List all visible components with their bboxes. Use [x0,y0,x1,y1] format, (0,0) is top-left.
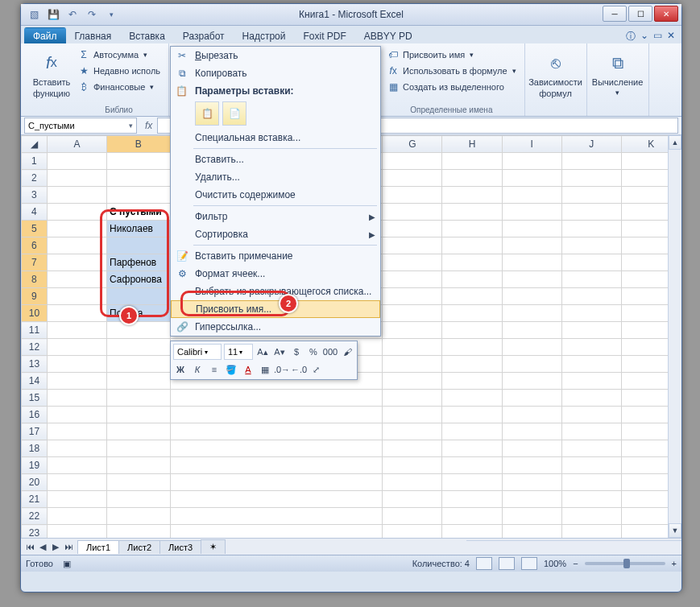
row-header[interactable]: 18 [22,440,48,457]
insert-function-button[interactable]: fx Вставить функцию [27,47,76,114]
mini-fill-color-icon[interactable]: 🪣 [224,362,238,377]
scroll-down-icon[interactable]: ▼ [669,523,681,538]
row-header[interactable]: 6 [22,237,48,254]
help-icon[interactable]: ⓘ [626,30,636,43]
use-in-formula-button[interactable]: fxИспользовать в формуле▾ [385,63,518,79]
row-header[interactable]: 9 [22,288,48,305]
col-header-h[interactable]: H [442,136,502,153]
ctx-comment[interactable]: 📝Вставить примечание [171,247,380,265]
row-header[interactable]: 23 [22,525,48,539]
paste-option-2[interactable]: 📄 [222,101,246,126]
minimize-ribbon-icon[interactable]: ⌄ [640,30,648,43]
ctx-filter[interactable]: Фильтр▶ [171,208,380,225]
financial-button[interactable]: ₿Финансовые▾ [76,79,162,95]
window-help-icon[interactable]: ▭ [653,30,662,43]
ctx-sort[interactable]: Сортировка▶ [171,225,380,243]
horizontal-scrollbar[interactable] [466,540,681,554]
fx-label-icon[interactable]: fx [145,120,152,131]
ctx-define-name[interactable]: Присвоить имя... [171,300,380,318]
autosum-button[interactable]: ΣАвтосумма▾ [76,47,162,63]
row-header[interactable]: 7 [22,254,48,271]
row-header[interactable]: 20 [22,474,48,491]
col-header-b[interactable]: B [107,136,171,153]
tab-file[interactable]: Файл [24,27,66,43]
mini-format-painter-icon[interactable]: 🖌 [340,345,354,359]
select-all-corner[interactable]: ◢ [22,136,48,153]
save-icon[interactable]: 💾 [45,6,61,23]
zoom-level[interactable]: 100% [544,559,566,568]
mini-italic-icon[interactable]: К [190,362,205,377]
row-header[interactable]: 2 [22,170,48,187]
mini-accounting-icon[interactable]: $ [289,345,304,359]
window-close2-icon[interactable]: ✕ [667,30,675,43]
ctx-cut[interactable]: ✂Вырезать [171,47,380,64]
name-box[interactable]: С_пустыми ▾ [24,118,137,134]
zoom-in-button[interactable]: + [672,559,677,568]
row-header[interactable]: 12 [22,339,48,356]
row-header[interactable]: 15 [22,390,48,407]
zoom-slider[interactable] [585,562,665,565]
row-header[interactable]: 19 [22,457,48,474]
ctx-clear[interactable]: Очистить содержимое [171,186,380,204]
mini-decrease-decimal-icon[interactable]: ←.0 [292,362,306,377]
mini-grow-font-icon[interactable]: A▴ [255,345,270,359]
mini-comma-icon[interactable]: 000 [323,345,338,359]
row-header[interactable]: 13 [22,356,48,373]
qat-dropdown-icon[interactable]: ▾ [103,6,119,23]
create-from-selection-button[interactable]: ▦Создать из выделенного [385,79,518,95]
row-header[interactable]: 11 [22,322,48,339]
col-header-g[interactable]: G [383,136,442,153]
namebox-dropdown-icon[interactable]: ▾ [129,122,133,130]
mini-font-color-icon[interactable]: A [241,362,255,377]
status-macro-icon[interactable]: ▣ [63,559,71,569]
tab-addins[interactable]: Надстрой [234,27,295,43]
ctx-delete[interactable]: Удалить... [171,168,380,186]
row-header[interactable]: 5 [22,221,48,237]
sheet-tab-1[interactable]: Лист1 [77,540,119,554]
row-header[interactable]: 21 [22,491,48,508]
mini-bold-icon[interactable]: Ж [173,362,188,377]
calculation-button[interactable]: ⧉ Вычисление ▾ [594,47,642,97]
view-layout-button[interactable] [499,557,515,570]
ctx-format-cells[interactable]: ⚙Формат ячеек... [171,265,380,283]
sheet-tab-2[interactable]: Лист2 [118,540,160,554]
new-sheet-button[interactable]: ✶ [201,539,226,554]
row-header[interactable]: 10 [22,305,48,322]
ctx-insert[interactable]: Вставить... [171,151,380,168]
row-header[interactable]: 1 [22,153,48,170]
sheet-nav[interactable]: ⏮◀▶⏭ [24,542,74,552]
mini-borders-icon[interactable]: ▦ [258,362,272,377]
define-name-button[interactable]: 🏷Присвоить имя▾ [385,47,518,63]
cell-b6[interactable] [107,237,171,254]
cell-b9[interactable] [107,288,171,305]
scroll-up-icon[interactable]: ▲ [669,135,681,150]
sheet-tab-3[interactable]: Лист3 [159,540,201,554]
tab-abbyy[interactable]: ABBYY PD [355,27,421,43]
row-header[interactable]: 16 [22,407,48,423]
cell-b8[interactable]: Сафронова [107,271,171,288]
ctx-pick-from-list[interactable]: Выбрать из раскрывающегося списка... [171,283,380,300]
row-header[interactable]: 22 [22,508,48,525]
tab-foxit[interactable]: Foxit PDF [294,27,354,43]
vertical-scrollbar[interactable]: ▲ ▼ [668,135,681,538]
col-header-a[interactable]: A [47,136,106,153]
tab-insert[interactable]: Вставка [120,27,174,43]
view-pagebreak-button[interactable] [521,557,537,570]
maximize-button[interactable]: ☐ [628,6,652,22]
view-normal-button[interactable] [476,557,492,570]
mini-align-icon[interactable]: ≡ [207,362,222,377]
row-header[interactable]: 4 [22,204,48,221]
paste-option-1[interactable]: 📋 [195,101,219,126]
mini-merge-icon[interactable]: ⤢ [309,362,323,377]
mini-shrink-font-icon[interactable]: A▾ [272,345,287,359]
tab-developer[interactable]: Разработ [174,27,234,43]
cell-b7[interactable]: Парфенов [107,254,171,271]
formula-dependencies-button[interactable]: ⎋ Зависимости формул [532,47,580,98]
recent-functions-button[interactable]: ★Недавно исполь [76,63,162,79]
minimize-button[interactable]: ─ [603,6,627,22]
col-header-i[interactable]: I [502,136,561,153]
mini-font-size[interactable]: 11 ▾ [224,344,253,360]
mini-percent-icon[interactable]: % [306,345,321,359]
redo-icon[interactable]: ↷ [84,6,100,23]
row-header[interactable]: 17 [22,423,48,440]
